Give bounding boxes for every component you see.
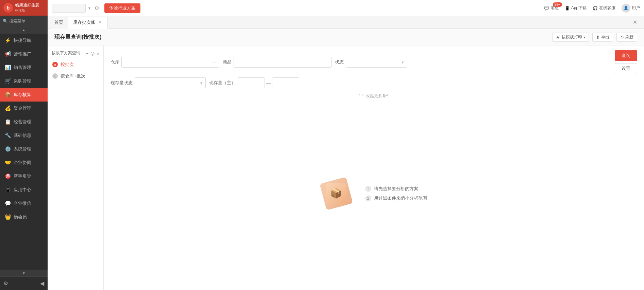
- hint-text-2: 用过滤条件来缩小分析范围: [374, 195, 427, 201]
- sidebar-item-label: 企业协同: [14, 160, 31, 166]
- empty-hint-1: 1 请先选择要分析的方案: [365, 186, 427, 192]
- online-service-btn[interactable]: 🎧 在线客服: [593, 5, 615, 11]
- tab-home[interactable]: 首页: [51, 16, 68, 29]
- sidebar-item-quick-nav[interactable]: ⚡ 快捷导航: [0, 34, 48, 47]
- print-btn[interactable]: 🖨 按模板打印 ▾: [552, 33, 589, 42]
- settings-footer-icon[interactable]: ⚙: [3, 280, 8, 287]
- sidebar-item-appstore[interactable]: 📱 应用中心: [0, 183, 48, 197]
- topbar-search-input[interactable]: [52, 4, 86, 13]
- user-menu[interactable]: 👤 用户: [622, 4, 640, 13]
- search-icon: 🔍: [3, 19, 8, 23]
- empty-state: 📦 1 请先选择要分析的方案 2 用过滤条件来缩小分析范围: [111, 102, 637, 285]
- close-all-tabs-btn[interactable]: ✕: [629, 16, 641, 29]
- settings-button[interactable]: 设置: [615, 63, 637, 74]
- scheme-dot-red: ●: [52, 62, 58, 67]
- sidebar-item-enterprise[interactable]: 🤝 企业协同: [0, 156, 48, 169]
- scheme-by-batch[interactable]: ● 按批次: [48, 59, 103, 70]
- sidebar-item-label: 新手引导: [14, 173, 31, 179]
- trial-btn[interactable]: 体验行业方案: [104, 3, 140, 13]
- stock-quantity-max[interactable]: [272, 77, 299, 88]
- collapse-panel-btn[interactable]: «: [97, 51, 99, 56]
- product-label: 商品: [223, 59, 232, 65]
- export-icon: ⬆: [596, 35, 600, 40]
- sidebar-item-label: 应用中心: [14, 187, 31, 193]
- warehouse-filter: 仓库 ···: [111, 57, 219, 68]
- stock-status-label: 现存量状态: [111, 80, 133, 86]
- wechat-icon: 💬: [5, 200, 11, 206]
- sidebar-item-label: 畅会员: [14, 214, 27, 220]
- hint-num-2: 2: [365, 195, 371, 201]
- collapse-bar[interactable]: ⌃⌃ 收起更多条件: [111, 92, 637, 102]
- message-icon: 💬: [544, 6, 549, 11]
- tab-batch-account[interactable]: 库存批次账 ✕: [68, 17, 108, 29]
- business-icon: 📋: [5, 119, 11, 125]
- app-download-btn[interactable]: 📱 App下载: [565, 5, 587, 11]
- topbar-gear-icon[interactable]: ⚙: [95, 5, 99, 11]
- hint-text-1: 请先选择要分析的方案: [374, 186, 418, 192]
- sidebar-item-marketing[interactable]: 📢 营销推广: [0, 47, 48, 61]
- collapse-sidebar-icon[interactable]: ◀: [40, 280, 44, 287]
- stock-status-chevron: ▾: [200, 80, 203, 86]
- tabbar: 首页 库存批次账 ✕ ✕: [48, 16, 644, 29]
- enterprise-icon: 🤝: [5, 160, 11, 166]
- print-label: 按模板打印: [562, 34, 582, 40]
- stock-quantity-range: —: [238, 77, 304, 88]
- basic-icon: 🔧: [5, 132, 11, 139]
- settings-scheme-icon[interactable]: ◎: [90, 51, 95, 56]
- scroll-up-arrow[interactable]: ▲: [0, 27, 48, 34]
- content-area: 现存量查询(按批次) 🖨 按模板打印 ▾ ⬆ 导出 ↻ 刷新: [48, 29, 644, 290]
- status-label: 状态: [335, 59, 344, 65]
- sidebar-item-wechat[interactable]: 💬 企业微信: [0, 197, 48, 210]
- sidebar-search-label: 搜索菜单: [9, 18, 26, 24]
- scroll-down-arrow[interactable]: ▼: [0, 270, 48, 276]
- sidebar-item-label: 快捷导航: [14, 37, 31, 43]
- query-button[interactable]: 查询: [615, 50, 637, 61]
- scheme-by-warehouse-batch-label: 按仓库+批次: [61, 73, 85, 79]
- print-icon: 🖨: [556, 35, 560, 40]
- empty-hint-2: 2 用过滤条件来缩小分析范围: [365, 195, 427, 201]
- stock-status-select[interactable]: ▾: [135, 77, 206, 88]
- empty-box-inner: 📦: [326, 183, 346, 204]
- sidebar-search[interactable]: 🔍 搜索菜单: [0, 16, 48, 27]
- sidebar-item-label: 基础信息: [14, 132, 31, 139]
- user-avatar: 👤: [622, 4, 630, 13]
- stock-quantity-min[interactable]: [238, 77, 265, 88]
- finance-icon: 💰: [5, 105, 11, 111]
- warehouse-input[interactable]: ···: [121, 57, 219, 68]
- page-header: 现存量查询(按批次) 🖨 按模板打印 ▾ ⬆ 导出 ↻ 刷新: [48, 29, 644, 46]
- hint-num-1: 1: [365, 186, 371, 192]
- sidebar-item-sales[interactable]: 📊 销售管理: [0, 61, 48, 74]
- refresh-icon: ↻: [620, 35, 624, 40]
- quick-nav-icon: ⚡: [5, 37, 11, 43]
- tab-batch-account-label: 库存批次账: [73, 19, 95, 25]
- sidebar-item-label: 经营管理: [14, 119, 31, 125]
- right-panel: 仓库 ··· 商品 ··· 状态: [104, 46, 644, 290]
- app-version: 标准版: [15, 8, 39, 13]
- scheme-by-warehouse-batch[interactable]: ○ 按仓库+批次: [48, 70, 103, 82]
- message-btn[interactable]: 💬 消息 99+: [544, 5, 559, 11]
- stock-quantity-label: 现存量（主）: [209, 80, 236, 86]
- sidebar-item-label: 销售管理: [14, 65, 31, 71]
- sidebar-item-business[interactable]: 📋 经营管理: [0, 115, 48, 129]
- marketing-icon: 📢: [5, 51, 11, 57]
- page-title: 现存量查询(按批次): [54, 34, 102, 41]
- sidebar-item-finance[interactable]: 💰 资金管理: [0, 102, 48, 115]
- empty-hints: 1 请先选择要分析的方案 2 用过滤条件来缩小分析范围: [365, 186, 427, 201]
- refresh-btn[interactable]: ↻ 刷新: [616, 33, 637, 42]
- topbar-chevron-icon[interactable]: ▾: [88, 6, 90, 11]
- status-select[interactable]: ▾: [346, 57, 407, 68]
- sidebar-item-system[interactable]: ⚙️ 系统管理: [0, 142, 48, 156]
- sidebar-item-basic[interactable]: 🔧 基础信息: [0, 129, 48, 142]
- product-input[interactable]: ···: [234, 57, 332, 68]
- add-scheme-icon[interactable]: +: [86, 51, 88, 56]
- scheme-dot-gray: ○: [52, 73, 58, 79]
- warehouse-label: 仓库: [111, 59, 119, 65]
- username-label: 用户: [632, 5, 640, 11]
- sidebar-item-newbie[interactable]: 🎯 新手引导: [0, 169, 48, 183]
- sidebar-item-member[interactable]: 👑 畅会员: [0, 210, 48, 224]
- export-btn[interactable]: ⬆ 导出: [592, 33, 613, 42]
- tab-close-btn[interactable]: ✕: [97, 20, 103, 25]
- sidebar-item-purchase[interactable]: 🛒 采购管理: [0, 74, 48, 88]
- main-area: ▾ ⚙ 体验行业方案 💬 消息 99+ 📱 App下载 🎧 在线客服 👤 用户: [48, 0, 644, 290]
- sidebar-item-inventory[interactable]: 📦 库存核算: [0, 88, 48, 102]
